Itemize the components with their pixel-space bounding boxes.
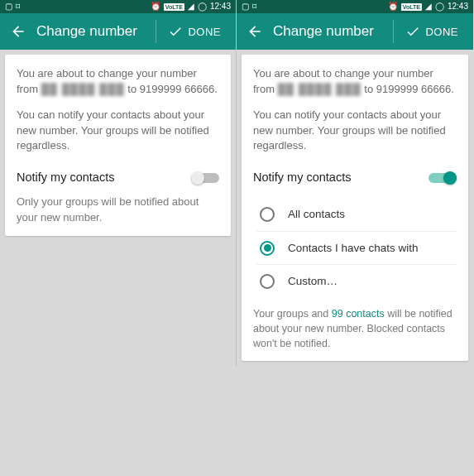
content-card: You are about to change your number from… [5,55,231,236]
content-card: You are about to change your number from… [242,55,468,361]
change-number-text: You are about to change your number from… [253,66,457,98]
check-icon [405,24,420,39]
notify-switch[interactable] [191,171,219,185]
notify-toggle-row[interactable]: Notify my contacts [253,164,457,195]
alarm-icon: ⏰ [388,2,398,11]
clock-text: 12:43 [448,2,468,11]
option-label: Custom… [288,273,338,290]
status-bar: ▢ ⌑ ⏰ VoLTE ◢ ◯ 12:43 [0,0,236,13]
contacts-count-link[interactable]: 99 contacts [332,308,385,320]
old-number-masked: ██ ████ ███ [278,82,361,98]
loading-icon: ◯ [435,2,444,11]
back-button[interactable] [240,23,270,40]
volte-badge: VoLTE [401,3,422,11]
notify-toggle-row[interactable]: Notify my contacts [17,164,219,195]
alarm-icon: ⏰ [151,2,160,11]
option-all-contacts[interactable]: All contacts [256,198,457,232]
done-label: DONE [188,26,221,38]
appbar-title: Change number [270,23,393,40]
check-icon [168,24,183,39]
radio-icon [260,274,275,289]
image-icon: ▢ [242,2,249,11]
notify-switch[interactable] [429,171,457,185]
app-bar: Change number DONE [0,13,236,50]
signal-icon: ◢ [188,2,194,11]
option-custom[interactable]: Custom… [256,265,457,298]
change-number-text: You are about to change your number from… [17,66,219,98]
screen-right: ▢ ⌑ ⏰ VoLTE ◢ ◯ 12:43 Change number DONE [237,0,473,366]
done-button[interactable]: DONE [394,24,470,39]
laptop-icon: ⌑ [252,2,256,11]
image-icon: ▢ [5,2,12,11]
back-arrow-icon [247,23,263,40]
back-arrow-icon [10,23,26,40]
appbar-title: Change number [33,23,156,40]
laptop-icon: ⌑ [16,2,20,11]
radio-icon [260,207,275,222]
option-label: All contacts [288,206,345,223]
footer-note: Your groups and 99 contacts will be noti… [253,306,457,351]
app-bar: Change number DONE [237,13,473,50]
radio-icon [260,241,275,256]
screen-left: ▢ ⌑ ⏰ VoLTE ◢ ◯ 12:43 Change number DONE [0,0,237,366]
notify-info-text: You can notify your contacts about your … [17,108,219,155]
notify-hint: Only your groups will be notified about … [17,195,219,226]
back-button[interactable] [3,23,33,40]
signal-icon: ◢ [425,2,432,11]
done-label: DONE [425,26,458,38]
notify-info-text: You can notify your contacts about your … [253,108,457,155]
notify-options: All contacts Contacts I have chats with … [256,198,457,298]
notify-label: Notify my contacts [17,169,114,186]
notify-label: Notify my contacts [253,169,351,186]
volte-badge: VoLTE [164,3,184,11]
old-number-masked: ██ ████ ███ [41,82,125,98]
status-bar: ▢ ⌑ ⏰ VoLTE ◢ ◯ 12:43 [237,0,473,13]
loading-icon: ◯ [198,2,207,11]
option-label: Contacts I have chats with [288,240,419,257]
option-contacts-with-chats[interactable]: Contacts I have chats with [256,232,457,266]
clock-text: 12:43 [210,2,231,11]
done-button[interactable]: DONE [156,24,232,39]
